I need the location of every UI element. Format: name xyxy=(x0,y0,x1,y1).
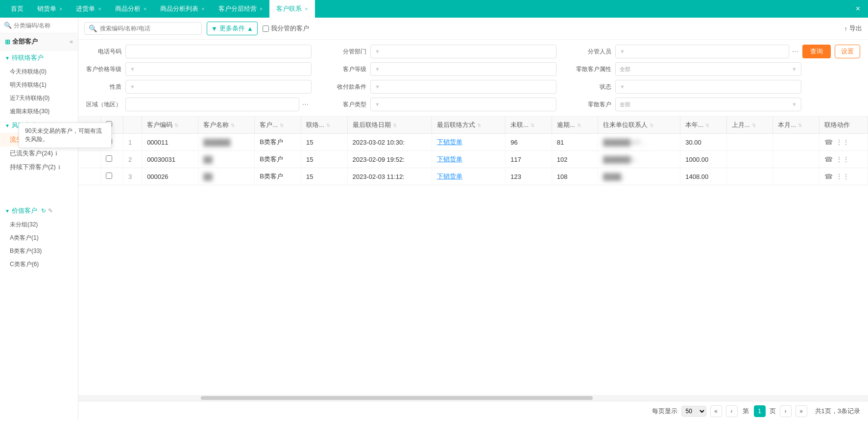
adv-select-status[interactable]: ▼ xyxy=(615,80,801,94)
horizontal-scrollbar[interactable] xyxy=(78,395,868,401)
per-page-select[interactable]: 50 100 xyxy=(681,406,706,417)
my-customer-checkbox[interactable]: 我分管的客户 xyxy=(263,24,309,33)
adv-select-payment[interactable]: ▼ xyxy=(370,80,556,94)
sidebar-section-title-value[interactable]: ▼ 价值客户 ↻ ✎ xyxy=(0,203,78,218)
sidebar-item-today[interactable]: 今天待联络(0) xyxy=(0,65,78,78)
adv-select-scatter-attr[interactable]: 全部 ▼ xyxy=(615,62,801,76)
total-info: 共1页，3条记录 xyxy=(815,407,860,416)
td-this-year: 1000.00 xyxy=(680,151,727,168)
adv-select-dept[interactable]: ▼ xyxy=(370,45,556,58)
search-input[interactable] xyxy=(100,25,197,32)
nav-tab-4[interactable]: 客户分层经营 × xyxy=(212,0,269,18)
adv-dots-region[interactable]: ··· xyxy=(299,100,312,109)
table-row: 1 000011 ██████ B类客户 15 2023-03-02 10:30… xyxy=(78,134,868,151)
current-page[interactable]: 1 xyxy=(754,405,766,417)
nav-tab-3[interactable]: 商品分析列表 × xyxy=(153,0,211,18)
sidebar-item-7days[interactable]: 近7天待联络(0) xyxy=(0,92,78,105)
sidebar-item-a-class[interactable]: A类客户(1) xyxy=(0,231,78,245)
close-icon[interactable]: × xyxy=(201,6,204,12)
nav-tab-2[interactable]: 商品分析 × xyxy=(108,0,153,18)
row-checkbox[interactable] xyxy=(106,173,112,179)
adv-field-type: 客户类型 ▼ xyxy=(331,98,556,111)
sidebar-search: 🔍 xyxy=(0,18,78,33)
sidebar-item-overdue[interactable]: 逾期未联络(30) xyxy=(0,105,78,118)
th-last-date[interactable]: 最后联络日期⇅ xyxy=(347,117,432,134)
sidebar-item-declining[interactable]: 持续下滑客户(2) ℹ xyxy=(0,160,78,174)
th-this-month[interactable]: 本月...⇅ xyxy=(773,117,820,134)
th-type[interactable]: 客户...⇅ xyxy=(255,117,301,134)
adv-field-region: 区域（地区） ··· xyxy=(86,98,312,111)
more-action-icon[interactable]: ⋮⋮ xyxy=(836,173,849,180)
prev-page-button[interactable]: ‹ xyxy=(726,405,738,417)
export-button[interactable]: ↑ 导出 xyxy=(844,24,863,33)
close-icon[interactable]: × xyxy=(305,6,308,12)
close-icon[interactable]: × xyxy=(260,6,263,12)
contact-action-icon[interactable]: ☎ xyxy=(824,155,833,163)
my-customer-check-input[interactable] xyxy=(263,25,269,32)
th-uncontact[interactable]: 未联...⇅ xyxy=(506,117,552,134)
nav-home[interactable]: 首页 xyxy=(4,0,30,18)
td-last-method[interactable]: 下销货单 xyxy=(432,134,505,151)
nav-tab-0[interactable]: 销货单 × xyxy=(30,0,69,18)
close-icon[interactable]: × xyxy=(59,6,62,12)
th-name[interactable]: 客户名称⇅ xyxy=(198,117,255,134)
sidebar-section-title-pending[interactable]: ▼ 待联络客户 xyxy=(0,50,78,65)
chevron-down-icon: ▼ xyxy=(5,123,10,128)
sidebar-item-b-class[interactable]: B类客户(33) xyxy=(0,245,78,258)
sidebar-header: ⊞ 全部客户 « xyxy=(0,33,78,50)
search-icon: 🔍 xyxy=(4,22,12,29)
row-checkbox[interactable] xyxy=(106,155,112,162)
refresh-icon[interactable]: ↻ xyxy=(41,207,46,214)
adv-select-person[interactable]: ▼ xyxy=(615,45,789,58)
edit-icon[interactable]: ✎ xyxy=(48,207,53,214)
th-unit-contact[interactable]: 往来单位联系人⇅ xyxy=(598,117,680,134)
adv-input-phone[interactable] xyxy=(125,45,312,58)
first-page-button[interactable]: « xyxy=(710,405,722,417)
close-icon[interactable]: × xyxy=(144,6,146,12)
td-this-month xyxy=(773,151,820,168)
last-page-button[interactable]: » xyxy=(796,405,807,417)
adv-select-nature[interactable]: ▼ xyxy=(125,80,312,94)
td-name: ██ xyxy=(198,151,255,168)
adv-select-customer-level[interactable]: ▼ xyxy=(370,62,556,76)
scrollbar-thumb[interactable] xyxy=(201,396,593,400)
adv-select-scatter[interactable]: 全部 ▼ xyxy=(615,98,801,111)
sidebar-item-tomorrow[interactable]: 明天待联络(1) xyxy=(0,78,78,92)
sidebar-search-input[interactable] xyxy=(14,22,78,29)
th-code[interactable]: 客户编码⇅ xyxy=(142,117,198,134)
adv-select-region[interactable] xyxy=(125,98,299,111)
next-page-button[interactable]: › xyxy=(780,405,792,417)
contact-action-icon[interactable]: ☎ xyxy=(824,138,833,146)
th-this-year[interactable]: 本年...⇅ xyxy=(680,117,727,134)
sidebar-collapse-button[interactable]: « xyxy=(70,38,73,45)
td-uncontact: 96 xyxy=(506,134,552,151)
td-settings xyxy=(78,151,100,168)
td-unit-contact: ████... xyxy=(598,168,680,185)
nav-tab-5[interactable]: 客户联系 × xyxy=(269,0,314,18)
td-last-method[interactable]: 下销货单 xyxy=(432,168,505,185)
sidebar-item-churned[interactable]: 已流失客户(24) ℹ xyxy=(0,147,78,160)
td-last-date: 2023-03-02 10:30: xyxy=(347,134,432,151)
contact-action-icon[interactable]: ☎ xyxy=(824,173,833,180)
adv-select-price-level[interactable]: ▼ xyxy=(125,62,312,76)
more-filter-button[interactable]: ▼ 更多条件 ▲ xyxy=(207,22,258,35)
td-check[interactable] xyxy=(100,168,123,185)
sidebar-item-c-class[interactable]: C类客户(6) xyxy=(0,258,78,271)
close-icon[interactable]: × xyxy=(98,6,101,12)
query-button[interactable]: 查询 xyxy=(802,45,831,58)
th-overdue[interactable]: 逾期...⇅ xyxy=(552,117,598,134)
th-contact[interactable]: 联络...⇅ xyxy=(301,117,347,134)
th-last-month[interactable]: 上月...⇅ xyxy=(726,117,773,134)
nav-tab-1[interactable]: 进货单 × xyxy=(69,0,108,18)
adv-dots-person[interactable]: ··· xyxy=(789,47,801,56)
td-check[interactable] xyxy=(100,151,123,168)
more-action-icon[interactable]: ⋮⋮ xyxy=(836,138,849,146)
adv-select-type[interactable]: ▼ xyxy=(370,98,556,111)
more-action-icon[interactable]: ⋮⋮ xyxy=(836,155,849,163)
td-num: 1 xyxy=(123,134,142,151)
sidebar-item-ungroup[interactable]: 未分组(32) xyxy=(0,218,78,231)
setting-button[interactable]: 设置 xyxy=(835,45,860,58)
td-last-method[interactable]: 下销货单 xyxy=(432,151,505,168)
th-last-method[interactable]: 最后联络方式⇅ xyxy=(432,117,505,134)
close-all-button[interactable]: × xyxy=(852,4,864,13)
